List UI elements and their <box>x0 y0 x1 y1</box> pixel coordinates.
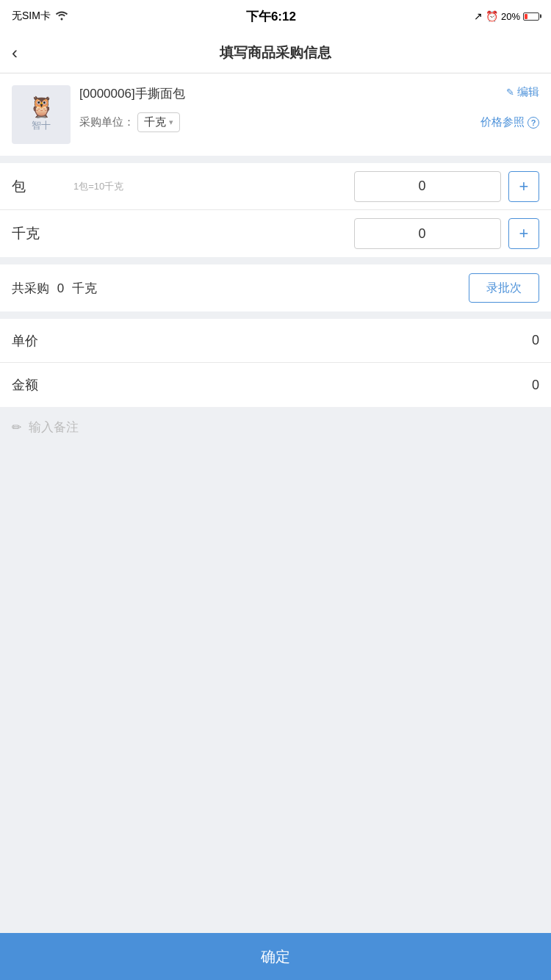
product-logo-label: 智十 <box>29 119 54 132</box>
edit-icon: ✎ <box>506 87 514 98</box>
divider-1 <box>0 156 551 163</box>
main-content: 🦉 智十 [0000006]手撕面包 ✎ 编辑 采购单位： 千克 ▾ <box>0 73 551 980</box>
input-section: 包 1包=10千克 + 千克 + <box>0 163 551 257</box>
bag-input-row: 包 1包=10千克 + <box>0 163 551 210</box>
kg-quantity-input[interactable] <box>354 218 501 249</box>
status-right: ↗ ⏰ 20% <box>474 10 539 22</box>
nav-bar: ‹ 填写商品采购信息 <box>0 32 551 73</box>
remark-section[interactable]: ✏ 输入备注 <box>0 407 551 466</box>
alarm-icon: ⏰ <box>486 10 498 22</box>
batch-record-button[interactable]: 录批次 <box>469 273 539 303</box>
help-icon: ? <box>527 117 539 129</box>
location-icon: ↗ <box>474 10 483 22</box>
purchase-unit-label: 采购单位： <box>79 115 134 128</box>
bag-quantity-input[interactable] <box>354 171 501 202</box>
kg-label: 千克 <box>12 224 71 243</box>
summary-text: 共采购 0 千克 <box>12 280 97 297</box>
summary-row: 共采购 0 千克 录批次 <box>0 264 551 311</box>
price-ref-button[interactable]: 价格参照 ? <box>480 115 539 129</box>
divider-3 <box>0 311 551 319</box>
unit-select[interactable]: 千克 ▾ <box>137 112 180 132</box>
summary-suffix: 千克 <box>72 281 97 295</box>
product-card: 🦉 智十 [0000006]手撕面包 ✎ 编辑 采购单位： 千克 ▾ <box>0 73 551 156</box>
status-left: 无SIM卡 <box>12 10 68 23</box>
product-thumbnail: 🦉 智十 <box>12 85 71 144</box>
edit-button[interactable]: ✎ 编辑 <box>506 85 539 99</box>
confirm-button[interactable]: 确定 <box>0 933 551 980</box>
bag-sub-label: 1包=10千克 <box>73 180 123 193</box>
amount-value: 0 <box>532 378 539 393</box>
summary-amount: 0 <box>57 281 64 295</box>
wifi-icon <box>55 10 68 23</box>
summary-prefix: 共采购 <box>12 281 49 295</box>
price-ref-label: 价格参照 <box>480 115 525 129</box>
product-name: [0000006]手撕面包 <box>79 85 506 102</box>
unit-price-value: 0 <box>532 333 539 348</box>
amount-label: 金额 <box>12 376 38 394</box>
status-bar: 无SIM卡 下午6:12 ↗ ⏰ 20% <box>0 0 551 32</box>
bottom-space <box>0 466 551 933</box>
amount-row: 金额 0 <box>0 363 551 407</box>
page-title: 填写商品采购信息 <box>220 43 331 62</box>
unit-price-row: 单价 0 <box>0 319 551 363</box>
product-info: [0000006]手撕面包 ✎ 编辑 采购单位： 千克 ▾ 价格参照 <box>79 85 539 132</box>
edit-label: 编辑 <box>517 85 539 99</box>
price-amount-section: 单价 0 金额 0 <box>0 319 551 407</box>
product-logo-icon: 🦉 <box>29 97 54 118</box>
chevron-down-icon: ▾ <box>169 118 173 127</box>
carrier-text: 无SIM卡 <box>12 10 51 23</box>
kg-plus-button[interactable]: + <box>508 218 539 249</box>
battery-percent: 20% <box>501 11 520 22</box>
back-button[interactable]: ‹ <box>12 44 18 62</box>
battery-indicator <box>523 12 539 21</box>
unit-value: 千克 <box>144 115 166 129</box>
remark-placeholder: 输入备注 <box>29 419 79 436</box>
bag-plus-button[interactable]: + <box>508 171 539 202</box>
bag-label: 包 <box>12 177 71 196</box>
divider-2 <box>0 257 551 264</box>
kg-input-row: 千克 + <box>0 210 551 257</box>
status-time: 下午6:12 <box>246 8 296 25</box>
pencil-icon: ✏ <box>12 420 21 434</box>
summary-section: 共采购 0 千克 录批次 <box>0 264 551 311</box>
confirm-label: 确定 <box>261 947 290 967</box>
unit-price-label: 单价 <box>12 332 38 350</box>
